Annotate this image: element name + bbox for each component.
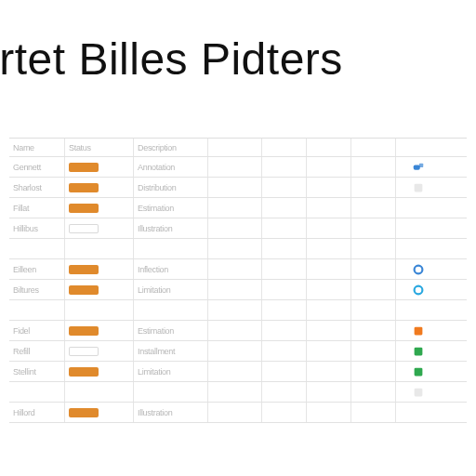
- cell-desc: Inflection: [134, 259, 208, 279]
- cell-empty: [262, 157, 307, 177]
- table-row: [9, 239, 467, 259]
- cell-empty: [351, 218, 396, 238]
- ring-icon: [412, 263, 425, 276]
- cell-icon: [396, 362, 441, 381]
- cell-empty: [307, 280, 351, 299]
- cell-name: Stellint: [9, 362, 65, 381]
- table-row: [9, 382, 467, 403]
- cell-empty: [351, 280, 396, 299]
- table-row: EilleenInflection: [9, 259, 467, 280]
- cell-desc: Estimation: [134, 321, 208, 340]
- cell-empty: [208, 382, 262, 402]
- cell-empty: [262, 178, 307, 197]
- square-icon: [412, 324, 425, 337]
- cell-status: [65, 362, 134, 381]
- cell-icon: [396, 280, 441, 299]
- cell-desc: Limitation: [134, 362, 208, 381]
- status-pill: [69, 265, 99, 274]
- status-pill: [69, 408, 99, 417]
- cell-icon: [396, 157, 441, 177]
- badge-icon: [412, 161, 425, 174]
- status-pill: [69, 326, 99, 336]
- cell-name: [9, 300, 65, 320]
- cell-desc: Illustration: [134, 403, 208, 422]
- cell-empty: [351, 321, 396, 340]
- svg-rect-0: [414, 165, 420, 169]
- cell-empty: [262, 362, 307, 381]
- cell-icon: [396, 300, 441, 320]
- cell-empty: [351, 382, 396, 402]
- svg-rect-6: [415, 347, 423, 355]
- cell-empty: [262, 403, 307, 422]
- cell-empty: [351, 157, 396, 177]
- table-row: RefillInstallment: [9, 341, 467, 362]
- cell-icon: [396, 178, 441, 197]
- cell-empty: [307, 239, 351, 258]
- svg-point-3: [415, 265, 423, 273]
- cell-empty: [208, 178, 262, 197]
- cell-empty: [262, 300, 307, 320]
- col-header-3: [208, 139, 262, 156]
- cell-empty: [307, 382, 351, 402]
- cell-empty: [351, 239, 396, 258]
- square-icon: [412, 181, 425, 194]
- cell-empty: [307, 198, 351, 218]
- col-header-5: [307, 139, 351, 156]
- cell-status: [65, 239, 134, 258]
- cell-empty: [208, 403, 262, 422]
- cell-empty: [262, 341, 307, 361]
- cell-status: [65, 157, 134, 177]
- cell-name: Hillord: [9, 403, 65, 422]
- svg-rect-5: [415, 326, 423, 335]
- cell-empty: [351, 362, 396, 381]
- status-pill: [69, 367, 99, 377]
- cell-empty: [307, 178, 351, 197]
- cell-icon: [396, 239, 441, 258]
- status-pill: [69, 183, 99, 192]
- cell-icon: [396, 321, 441, 340]
- cell-empty: [208, 280, 262, 299]
- cell-desc: [134, 300, 208, 320]
- cell-status: [65, 300, 134, 320]
- status-pill: [69, 285, 99, 295]
- cell-empty: [208, 341, 262, 361]
- cell-empty: [351, 300, 396, 320]
- col-header-7: [396, 139, 441, 156]
- cell-desc: Installment: [134, 341, 208, 361]
- cell-icon: [396, 259, 441, 279]
- cell-icon: [396, 198, 441, 218]
- cell-empty: [262, 259, 307, 279]
- cell-empty: [208, 321, 262, 340]
- svg-rect-1: [419, 163, 423, 166]
- col-header-2: Description: [134, 139, 208, 156]
- table-row: HillordIllustration: [9, 403, 467, 423]
- cell-empty: [307, 341, 351, 361]
- cell-name: Gennett: [9, 157, 65, 177]
- cell-status: [65, 341, 134, 361]
- square-icon: [412, 386, 425, 399]
- spreadsheet: Name Status Description GennettAnnotatio…: [9, 138, 467, 444]
- cell-status: [65, 280, 134, 299]
- cell-empty: [307, 218, 351, 238]
- square-icon: [412, 345, 425, 358]
- cell-empty: [208, 239, 262, 258]
- cell-name: Refill: [9, 341, 65, 361]
- cell-empty: [208, 300, 262, 320]
- status-pill: [69, 224, 99, 233]
- cell-empty: [351, 403, 396, 422]
- cell-empty: [262, 239, 307, 258]
- col-header-1: Status: [65, 139, 134, 156]
- cell-empty: [307, 321, 351, 340]
- cell-name: Hillibus: [9, 218, 65, 238]
- table-row: SharlostDistribution: [9, 178, 467, 198]
- cell-status: [65, 403, 134, 422]
- svg-point-4: [415, 285, 423, 294]
- cell-empty: [351, 198, 396, 218]
- cell-icon: [396, 382, 441, 402]
- svg-rect-2: [415, 183, 423, 192]
- cell-status: [65, 259, 134, 279]
- cell-empty: [208, 218, 262, 238]
- cell-empty: [307, 362, 351, 381]
- status-pill: [69, 347, 99, 356]
- cell-name: [9, 239, 65, 258]
